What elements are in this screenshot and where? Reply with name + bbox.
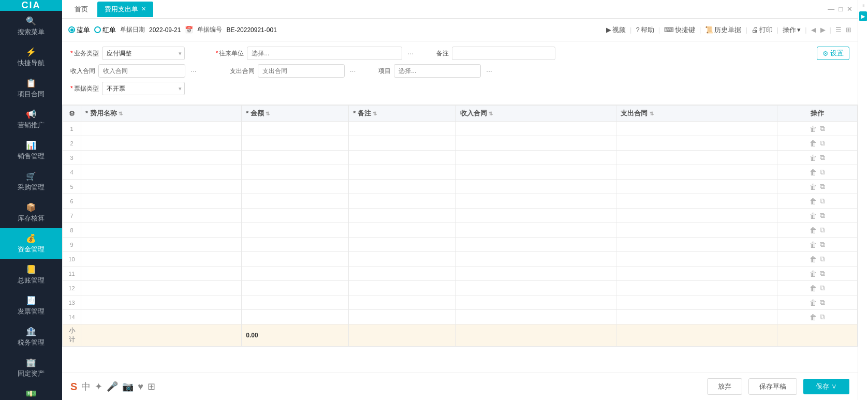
row-note[interactable] [349,238,456,252]
window-close-icon[interactable]: ✕ [847,5,852,13]
col-expense-header[interactable]: 支出合同 ⇅ [616,106,777,122]
row-delete-icon[interactable]: 🗑 [810,183,817,191]
row-copy-icon[interactable]: ⧉ [820,298,825,307]
row-note[interactable] [349,266,456,281]
nav-prev-icon[interactable]: ◀ [811,26,816,34]
row-expense-name[interactable] [81,295,242,310]
row-amount[interactable] [242,266,349,281]
tab-expense[interactable]: 费用支出单 ✕ [97,2,153,17]
sidebar-item-procurement[interactable]: 🛒 采购管理 [0,166,62,197]
business-type-select[interactable]: 应付调整 [102,47,185,60]
row-amount[interactable] [242,252,349,266]
window-maximize-icon[interactable]: □ [838,5,843,13]
row-expense-name[interactable] [81,266,242,281]
sidebar-item-quick-nav[interactable]: ⚡ 快捷导航 [0,42,62,73]
sidebar-item-fixed-assets[interactable]: 🏢 固定资产 [0,352,62,383]
footer-icon-5[interactable]: ♥ [138,381,143,392]
row-expense-name[interactable] [81,281,242,295]
row-delete-icon[interactable]: 🗑 [810,125,817,133]
row-expense-name[interactable] [81,238,242,252]
discard-button[interactable]: 放弃 [707,378,742,395]
row-expense-contract[interactable] [616,252,777,266]
row-delete-icon[interactable]: 🗑 [810,212,817,220]
print-btn[interactable]: 🖨 打印 [752,25,773,35]
sidebar-item-capital[interactable]: 💰 资金管理 [0,228,62,259]
row-copy-icon[interactable]: ⧉ [820,255,825,263]
nav-next-icon[interactable]: ▶ [820,26,826,34]
row-income-contract[interactable] [456,238,616,252]
row-note[interactable] [349,122,456,136]
sidebar-item-sales[interactable]: 📊 销售管理 [0,135,62,166]
col-settings-header[interactable]: ⚙ [63,106,81,122]
project-more-icon[interactable]: ··· [484,67,494,75]
row-income-contract[interactable] [456,136,616,151]
right-edge-item-2[interactable]: ▶ [859,11,867,21]
row-delete-icon[interactable]: 🗑 [810,226,817,234]
row-expense-contract[interactable] [616,151,777,165]
row-expense-name[interactable] [81,122,242,136]
footer-icon-1[interactable]: 中 [81,380,91,393]
row-amount[interactable] [242,238,349,252]
expense-contract-input[interactable] [258,64,345,78]
row-delete-icon[interactable]: 🗑 [810,270,817,278]
row-note[interactable] [349,223,456,238]
row-expense-name[interactable] [81,194,242,209]
row-income-contract[interactable] [456,151,616,165]
row-expense-name[interactable] [81,310,242,324]
tab-close-icon[interactable]: ✕ [141,6,146,12]
row-delete-icon[interactable]: 🗑 [810,255,817,263]
row-copy-icon[interactable]: ⧉ [820,240,825,249]
sidebar-item-project[interactable]: 📋 项目合同 [0,73,62,104]
row-copy-icon[interactable]: ⧉ [820,226,825,234]
sidebar-item-inventory[interactable]: 📦 库存核算 [0,197,62,228]
partner-input[interactable] [247,47,402,60]
sidebar-item-marketing[interactable]: 📢 营销推广 [0,104,62,135]
row-copy-icon[interactable]: ⧉ [820,124,825,133]
col-name-header[interactable]: * 费用名称 ⇅ [81,106,242,122]
row-delete-icon[interactable]: 🗑 [810,168,817,176]
col-amount-header[interactable]: * 金额 ⇅ [242,106,349,122]
row-income-contract[interactable] [456,209,616,223]
row-income-contract[interactable] [456,295,616,310]
calendar-icon[interactable]: 📅 [185,26,193,34]
row-delete-icon[interactable]: 🗑 [810,197,817,205]
row-expense-contract[interactable] [616,209,777,223]
income-contract-input[interactable] [98,64,185,78]
row-expense-contract[interactable] [616,194,777,209]
row-amount[interactable] [242,122,349,136]
row-note[interactable] [349,194,456,209]
row-expense-contract[interactable] [616,310,777,324]
right-edge-item-1[interactable]: ≡ [860,4,866,7]
row-expense-contract[interactable] [616,180,777,194]
row-copy-icon[interactable]: ⧉ [820,139,825,147]
row-income-contract[interactable] [456,180,616,194]
row-note[interactable] [349,165,456,180]
view-grid-icon[interactable]: ⊞ [846,26,851,34]
row-note[interactable] [349,136,456,151]
row-income-contract[interactable] [456,194,616,209]
row-copy-icon[interactable]: ⧉ [820,269,825,278]
row-amount[interactable] [242,209,349,223]
project-input[interactable] [394,64,481,78]
footer-icon-6[interactable]: ⊞ [148,381,155,392]
sidebar-item-accounting[interactable]: 📒 总账管理 [0,259,62,290]
row-income-contract[interactable] [456,223,616,238]
help-btn[interactable]: ? 帮助 [636,25,654,35]
row-expense-contract[interactable] [616,165,777,180]
shortcut-btn[interactable]: ⌨ 快捷键 [664,25,695,35]
row-note[interactable] [349,281,456,295]
row-income-contract[interactable] [456,122,616,136]
row-copy-icon[interactable]: ⧉ [820,153,825,162]
row-delete-icon[interactable]: 🗑 [810,241,817,249]
row-delete-icon[interactable]: 🗑 [810,313,817,321]
row-expense-name[interactable] [81,151,242,165]
radio-red-label[interactable]: 红单 [94,25,116,35]
sidebar-item-search[interactable]: 🔍 搜索菜单 [0,11,62,42]
row-copy-icon[interactable]: ⧉ [820,211,825,220]
row-copy-icon[interactable]: ⧉ [820,313,825,321]
col-note-header[interactable]: * 备注 ⇅ [349,106,456,122]
row-amount[interactable] [242,151,349,165]
row-expense-name[interactable] [81,136,242,151]
row-expense-contract[interactable] [616,122,777,136]
row-note[interactable] [349,310,456,324]
